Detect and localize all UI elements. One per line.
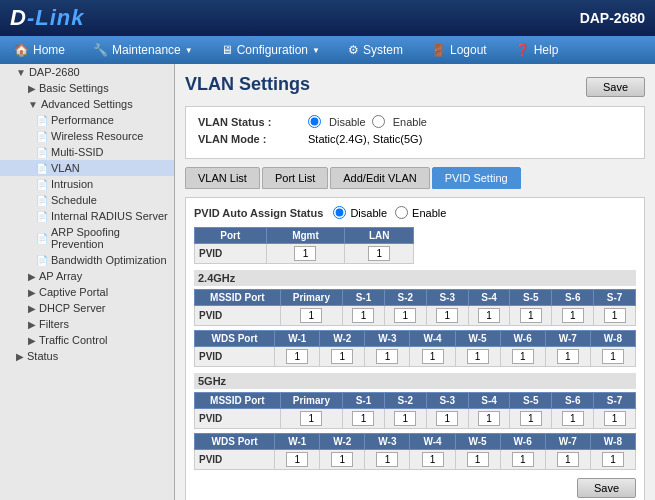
mssid-5-s2-input[interactable] bbox=[394, 411, 416, 426]
mssid-24-s5-input[interactable] bbox=[520, 308, 542, 323]
wds-24ghz-table: WDS Port W-1 W-2 W-3 W-4 W-5 W-6 W-7 W-8… bbox=[194, 330, 636, 367]
mssid-5-s7-input[interactable] bbox=[604, 411, 626, 426]
sidebar-item-traffic-control[interactable]: ▶ Traffic Control bbox=[0, 332, 174, 348]
wds-5-w1-input[interactable] bbox=[286, 452, 308, 467]
nav-help[interactable]: ❓ Help bbox=[501, 36, 573, 64]
bandwidth-icon: 📄 bbox=[36, 255, 48, 266]
wds-5-col1: W-1 bbox=[275, 434, 320, 450]
mssid-24ghz-table: MSSID Port Primary S-1 S-2 S-3 S-4 S-5 S… bbox=[194, 289, 636, 326]
mssid-5-primary-input[interactable] bbox=[300, 411, 322, 426]
nav-maintenance[interactable]: 🔧 Maintenance ▼ bbox=[79, 36, 207, 64]
tab-port-list[interactable]: Port List bbox=[262, 167, 328, 189]
tab-vlan-list[interactable]: VLAN List bbox=[185, 167, 260, 189]
nav-home[interactable]: 🏠 Home bbox=[0, 36, 79, 64]
mssid-24-col0: MSSID Port bbox=[195, 290, 281, 306]
mssid-5-col7: S-6 bbox=[552, 393, 594, 409]
pvid-lan-input[interactable] bbox=[368, 246, 390, 261]
mssid-24-primary-input[interactable] bbox=[300, 308, 322, 323]
band-24ghz-label: 2.4GHz bbox=[194, 270, 636, 286]
pvid-auto-label: PVID Auto Assign Status bbox=[194, 207, 323, 219]
ap-expand-icon: ▶ bbox=[28, 271, 36, 282]
wds-24-col7: W-7 bbox=[545, 331, 590, 347]
sidebar-item-vlan[interactable]: 📄 VLAN bbox=[0, 160, 174, 176]
wds-24-w8-input[interactable] bbox=[602, 349, 624, 364]
pvid-auto-disable-radio[interactable] bbox=[333, 206, 346, 219]
wds-5-pvid-label: PVID bbox=[195, 450, 275, 470]
sidebar-item-dap2680[interactable]: ▼ DAP-2680 bbox=[0, 64, 174, 80]
vlan-status-disable-radio[interactable] bbox=[308, 115, 321, 128]
wds-5-w4-input[interactable] bbox=[422, 452, 444, 467]
wds-5-w6-input[interactable] bbox=[512, 452, 534, 467]
wds-24-col2: W-2 bbox=[320, 331, 365, 347]
mssid-24-s1-input[interactable] bbox=[352, 308, 374, 323]
mssid-24-s6-input[interactable] bbox=[562, 308, 584, 323]
wds-24-pvid-w7 bbox=[545, 347, 590, 367]
page-title: VLAN Settings bbox=[185, 74, 586, 100]
wds-24-w1-input[interactable] bbox=[286, 349, 308, 364]
mssid-24-s2-input[interactable] bbox=[394, 308, 416, 323]
wds-24-w5-input[interactable] bbox=[467, 349, 489, 364]
nav-configuration[interactable]: 🖥 Configuration ▼ bbox=[207, 36, 334, 64]
wds-5-col3: W-3 bbox=[365, 434, 410, 450]
wds-5-w7-input[interactable] bbox=[557, 452, 579, 467]
wds-24-col8: W-8 bbox=[590, 331, 635, 347]
sidebar-item-captive-portal[interactable]: ▶ Captive Portal bbox=[0, 284, 174, 300]
mssid-5-s4-input[interactable] bbox=[478, 411, 500, 426]
mssid-24-s3-input[interactable] bbox=[436, 308, 458, 323]
sidebar-item-multi-ssid[interactable]: 📄 Multi-SSID bbox=[0, 144, 174, 160]
pvid-section: PVID Auto Assign Status Disable Enable P… bbox=[185, 197, 645, 500]
mssid-24-pvid-label: PVID bbox=[195, 306, 281, 326]
vlan-status-enable-radio[interactable] bbox=[372, 115, 385, 128]
mssid-5-s3-input[interactable] bbox=[436, 411, 458, 426]
wds-5-w3-input[interactable] bbox=[376, 452, 398, 467]
wds-24-w6-input[interactable] bbox=[512, 349, 534, 364]
pvid-auto-enable-radio[interactable] bbox=[395, 206, 408, 219]
sidebar-item-advanced-settings[interactable]: ▼ Advanced Settings bbox=[0, 96, 174, 112]
wds-24-w7-input[interactable] bbox=[557, 349, 579, 364]
mssid-5-col4: S-3 bbox=[426, 393, 468, 409]
sidebar-item-status[interactable]: ▶ Status bbox=[0, 348, 174, 364]
nav-system[interactable]: ⚙ System bbox=[334, 36, 417, 64]
mssid-5ghz-table: MSSID Port Primary S-1 S-2 S-3 S-4 S-5 S… bbox=[194, 392, 636, 429]
mssid-24-col5: S-4 bbox=[468, 290, 510, 306]
save-button-bottom[interactable]: Save bbox=[577, 478, 636, 498]
nav-logout[interactable]: 🚪 Logout bbox=[417, 36, 501, 64]
sidebar-item-schedule[interactable]: 📄 Schedule bbox=[0, 192, 174, 208]
sidebar-item-bandwidth[interactable]: 📄 Bandwidth Optimization bbox=[0, 252, 174, 268]
mssid-5-s1-input[interactable] bbox=[352, 411, 374, 426]
config-arrow: ▼ bbox=[312, 46, 320, 55]
mssid-24-s4-input[interactable] bbox=[478, 308, 500, 323]
mssid-24-col2: S-1 bbox=[343, 290, 385, 306]
wds-5-w2-input[interactable] bbox=[331, 452, 353, 467]
mssid-5-s6-input[interactable] bbox=[562, 411, 584, 426]
wds-5-pvid-w2 bbox=[320, 450, 365, 470]
sidebar-item-basic-settings[interactable]: ▶ Basic Settings bbox=[0, 80, 174, 96]
sidebar-item-filters[interactable]: ▶ Filters bbox=[0, 316, 174, 332]
arp-icon: 📄 bbox=[36, 233, 48, 244]
mssid-5-s5-input[interactable] bbox=[520, 411, 542, 426]
advanced-label: Advanced Settings bbox=[41, 98, 133, 110]
sidebar-item-performance[interactable]: 📄 Performance bbox=[0, 112, 174, 128]
sidebar-item-wireless-resource[interactable]: 📄 Wireless Resource bbox=[0, 128, 174, 144]
sidebar-item-ap-array[interactable]: ▶ AP Array bbox=[0, 268, 174, 284]
pvid-mgmt-input[interactable] bbox=[294, 246, 316, 261]
wds-24-w3-input[interactable] bbox=[376, 349, 398, 364]
vlan-status-label: VLAN Status : bbox=[198, 116, 308, 128]
tab-add-edit-vlan[interactable]: Add/Edit VLAN bbox=[330, 167, 429, 189]
pvid-auto-assign-row: PVID Auto Assign Status Disable Enable bbox=[194, 206, 636, 219]
sidebar-item-arp-spoofing[interactable]: 📄 ARP Spoofing Prevention bbox=[0, 224, 174, 252]
sidebar-item-internal-radius[interactable]: 📄 Internal RADIUS Server bbox=[0, 208, 174, 224]
save-button-top[interactable]: Save bbox=[586, 77, 645, 97]
mssid-24-pvid-s6 bbox=[552, 306, 594, 326]
mssid-24-s7-input[interactable] bbox=[604, 308, 626, 323]
sidebar-item-dhcp-server[interactable]: ▶ DHCP Server bbox=[0, 300, 174, 316]
wds-5-w8-input[interactable] bbox=[602, 452, 624, 467]
tab-pvid-setting[interactable]: PVID Setting bbox=[432, 167, 521, 189]
wds-24-w2-input[interactable] bbox=[331, 349, 353, 364]
wds-5-w5-input[interactable] bbox=[467, 452, 489, 467]
wds-24-w4-input[interactable] bbox=[422, 349, 444, 364]
sidebar-item-intrusion[interactable]: 📄 Intrusion bbox=[0, 176, 174, 192]
mssid-24-col4: S-3 bbox=[426, 290, 468, 306]
wds-24-col5: W-5 bbox=[455, 331, 500, 347]
wds-24-pvid-w8 bbox=[590, 347, 635, 367]
